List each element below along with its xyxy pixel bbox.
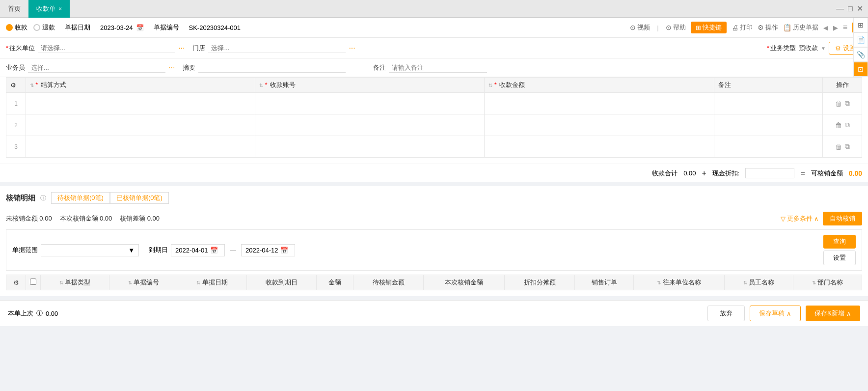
sidebar-doc-icon[interactable]: 📄	[853, 32, 868, 47]
query-btn[interactable]: 查询	[823, 235, 856, 249]
save-new-btn[interactable]: 保存&新增 ∧	[806, 306, 860, 321]
row-3-amount[interactable]	[485, 136, 714, 158]
row-3-remark[interactable]	[714, 136, 822, 158]
window-minimize-icon[interactable]: —	[836, 4, 844, 13]
row-3-copy-icon[interactable]: ⧉	[845, 142, 850, 151]
next-page-icon[interactable]: ▶	[833, 24, 838, 31]
row-1-copy-icon[interactable]: ⧉	[845, 99, 850, 108]
plus-sign: +	[702, 169, 706, 178]
bt-col-settings-th[interactable]: ⚙	[6, 275, 26, 290]
toolbar-help[interactable]: ⊙ 帮助	[666, 23, 686, 32]
radio-refund[interactable]: 退款	[33, 23, 55, 32]
shop-label: 门店	[192, 44, 205, 53]
sidebar-capture-icon[interactable]: ⊡	[853, 62, 868, 77]
discount-input[interactable]	[745, 168, 794, 178]
tab-home[interactable]: 首页	[0, 0, 28, 18]
verify-info-icon[interactable]: ⓘ	[40, 194, 46, 202]
tab-close-icon[interactable]: ×	[58, 5, 62, 12]
sidebar-table-icon[interactable]: ⊞	[853, 18, 868, 32]
col-amount-th: ⇅ * 收款金额	[485, 78, 714, 93]
toolbar-history-label: 历史单据	[793, 23, 818, 32]
toolbar-video[interactable]: ⊙ 视频	[630, 23, 650, 32]
date-to-value: 2022-04-12	[245, 247, 278, 254]
receipt-type-group: 收款 退款	[6, 23, 55, 32]
more-conditions-chevron: ∧	[814, 215, 819, 223]
tab-receipt[interactable]: 收款单 ×	[28, 0, 70, 18]
search-settings-btn[interactable]: 设置	[823, 251, 856, 265]
history-icon: 📋	[783, 24, 791, 31]
tab-done[interactable]: 已核销单据(0笔)	[110, 192, 169, 204]
sidebar-attach-icon[interactable]: 📎	[853, 47, 868, 62]
row-1-amount[interactable]	[485, 93, 714, 114]
row-1-settlement[interactable]	[26, 93, 255, 114]
form-row-1: *往来单位 ··· 门店 ··· *业务类型 预收款 ▼ ⚙ 设置	[0, 38, 868, 59]
row-2-copy-icon[interactable]: ⧉	[845, 121, 850, 129]
row-3-account[interactable]	[255, 136, 485, 158]
query-btn-label: 查询	[833, 238, 846, 245]
toolbar-history[interactable]: 📋 历史单据	[783, 23, 818, 32]
col-settlement-label: 结算方式	[41, 81, 66, 88]
summary-input[interactable]	[198, 63, 346, 73]
toolbar-help-label: 帮助	[673, 23, 686, 32]
tab-pending[interactable]: 待核销单据(0笔)	[51, 192, 110, 204]
col-settings-th[interactable]: ⚙	[6, 78, 26, 93]
counterpart-input[interactable]	[38, 43, 175, 53]
prev-page-icon[interactable]: ◀	[823, 24, 828, 31]
toolbar-print[interactable]: 🖨 打印	[732, 23, 753, 32]
range-select[interactable]: ▼	[41, 244, 139, 256]
radio-receipt-circle	[6, 24, 13, 31]
bt-col-discount-label: 折扣分摊额	[524, 279, 556, 286]
bt-col-doc-num-th: ⇅ 单据编号	[109, 275, 178, 290]
remark-input[interactable]	[389, 63, 487, 73]
form-row-2: 业务员 ··· 摘要 备注	[0, 59, 868, 77]
business-type-label: *业务类型	[767, 44, 796, 53]
row-2-amount[interactable]	[485, 114, 714, 136]
bt-col-counterpart-label: 往来单位名称	[663, 279, 701, 286]
date-separator: —	[230, 247, 236, 254]
toolbar: ⊙ 视频 | ⊙ 帮助 ⊞ 快捷键 🖨 打印 ⚙ 操作 📋 历史单据 ◀ ▶ ≡…	[250, 22, 862, 33]
list-view-icon[interactable]: ≡	[843, 23, 847, 32]
date-field[interactable]: 2023-03-24 📅	[100, 24, 144, 31]
date-from-value: 2022-04-01	[175, 247, 208, 254]
top-bar: 收款 退款 单据日期 2023-03-24 📅 单据编号 SK-20230324…	[0, 18, 868, 38]
search-settings-label: 设置	[833, 254, 846, 261]
date-to-input[interactable]: 2022-04-12 📅	[241, 244, 295, 256]
counterpart-group: *往来单位 ···	[6, 43, 185, 53]
row-3-delete-icon[interactable]: 🗑	[835, 143, 842, 151]
shop-more-icon[interactable]: ···	[349, 44, 355, 53]
footer: 本单上次 ⓘ 0.00 放弃 保存草稿 ∧ 保存&新增 ∧	[0, 300, 868, 326]
toolbar-shortcut-btn[interactable]: ⊞ 快捷键	[691, 22, 727, 33]
window-close-icon[interactable]: ✕	[857, 4, 863, 13]
bt-select-all-checkbox[interactable]	[30, 279, 36, 285]
row-3-settlement[interactable]	[26, 136, 255, 158]
draft-btn[interactable]: 保存草稿 ∧	[750, 306, 801, 321]
more-conditions-btn[interactable]: ▽ 更多条件 ∧	[781, 214, 819, 223]
counterpart-more-icon[interactable]: ···	[178, 44, 185, 53]
calendar-icon[interactable]: 📅	[136, 24, 144, 31]
table-row: 3 🗑 ⧉	[6, 136, 862, 158]
row-2-delete-icon[interactable]: 🗑	[835, 121, 842, 129]
discard-btn[interactable]: 放弃	[707, 306, 745, 321]
row-2-account[interactable]	[255, 114, 485, 136]
staff-input[interactable]	[28, 63, 165, 73]
row-1-delete-icon[interactable]: 🗑	[835, 100, 842, 108]
row-1-account[interactable]	[255, 93, 485, 114]
radio-receipt[interactable]: 收款	[6, 23, 27, 32]
footer-info-icon[interactable]: ⓘ	[36, 309, 43, 318]
business-type-chevron[interactable]: ▼	[821, 46, 826, 51]
col-amount-label: 收款金额	[499, 81, 525, 88]
draft-label: 保存草稿	[759, 309, 785, 318]
date-from-input[interactable]: 2022-04-01 📅	[171, 244, 225, 256]
shop-input[interactable]	[208, 43, 346, 53]
bt-col-dept-label: 部门名称	[817, 279, 843, 286]
row-2-remark[interactable]	[714, 114, 822, 136]
verify-title: 核销明细	[6, 194, 35, 203]
staff-more-icon[interactable]: ···	[168, 63, 175, 72]
auto-verify-btn[interactable]: 自动核销	[823, 212, 862, 225]
window-maximize-icon[interactable]: □	[848, 4, 853, 13]
row-1-remark[interactable]	[714, 93, 822, 114]
toolbar-operations[interactable]: ⚙ 操作	[758, 23, 778, 32]
row-2-settlement[interactable]	[26, 114, 255, 136]
bt-col-sales-order-th: 销售订单	[574, 275, 633, 290]
filter-right: ▽ 更多条件 ∧ 自动核销	[781, 212, 862, 225]
